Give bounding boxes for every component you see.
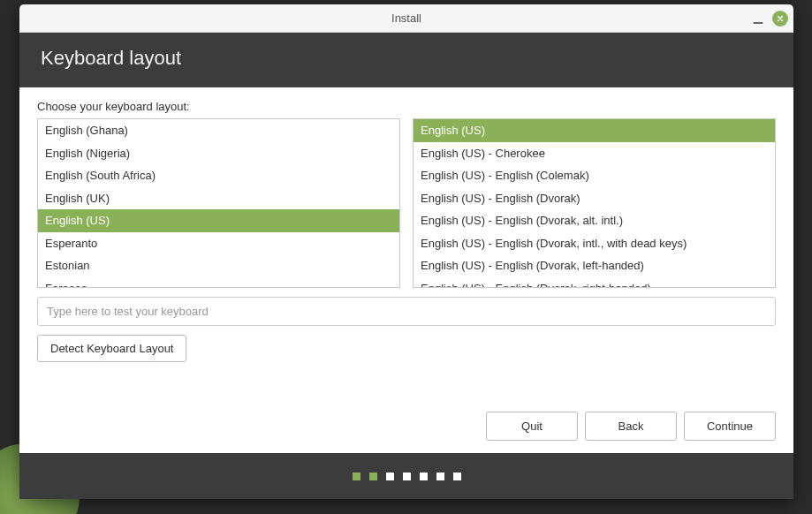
layout-lists: English (Ghana)English (Nigeria)English … — [37, 118, 776, 288]
variant-listbox[interactable]: English (US)English (US) - CherokeeEngli… — [413, 118, 776, 288]
layout-item[interactable]: English (US) — [38, 209, 399, 232]
back-button[interactable]: Back — [585, 412, 677, 441]
layout-item[interactable]: Esperanto — [38, 232, 399, 255]
quit-button[interactable]: Quit — [486, 412, 578, 441]
keyboard-test-input[interactable] — [37, 297, 776, 326]
detect-layout-button[interactable]: Detect Keyboard Layout — [37, 335, 186, 362]
progress-step — [369, 472, 377, 480]
svg-rect-0 — [754, 22, 763, 24]
variant-item[interactable]: English (US) - English (Dvorak, left-han… — [414, 254, 775, 277]
close-button[interactable] — [772, 11, 788, 26]
instruction-text: Choose your keyboard layout: — [37, 100, 776, 113]
window-title: Install — [19, 11, 793, 25]
progress-step — [403, 472, 411, 480]
installer-window: Install Keyboard layout Choose your keyb… — [19, 4, 793, 499]
layout-item[interactable]: Faroese — [38, 277, 399, 288]
progress-step — [386, 472, 394, 480]
variant-item[interactable]: English (US) - English (Colemak) — [414, 164, 775, 187]
action-buttons: Quit Back Continue — [37, 397, 776, 441]
layout-listbox[interactable]: English (Ghana)English (Nigeria)English … — [37, 118, 400, 288]
progress-footer — [19, 453, 793, 499]
titlebar[interactable]: Install — [19, 4, 793, 33]
layout-item[interactable]: English (Ghana) — [38, 119, 399, 142]
window-controls — [751, 11, 788, 26]
progress-step — [453, 472, 461, 480]
layout-item[interactable]: English (South Africa) — [38, 164, 399, 187]
layout-item[interactable]: English (Nigeria) — [38, 142, 399, 165]
page-title: Keyboard layout — [41, 47, 772, 70]
variant-item[interactable]: English (US) - English (Dvorak) — [414, 187, 775, 210]
content-area: Choose your keyboard layout: English (Gh… — [19, 87, 793, 453]
variant-item[interactable]: English (US) — [414, 119, 775, 142]
minimize-icon — [751, 11, 765, 26]
progress-step — [353, 472, 360, 480]
variant-item[interactable]: English (US) - English (Dvorak, intl., w… — [414, 232, 775, 255]
close-icon — [776, 14, 785, 23]
layout-item[interactable]: English (UK) — [38, 187, 399, 210]
progress-step — [420, 472, 428, 480]
continue-button[interactable]: Continue — [684, 412, 776, 441]
variant-item[interactable]: English (US) - Cherokee — [414, 142, 775, 165]
minimize-button[interactable] — [751, 11, 765, 26]
variant-item[interactable]: English (US) - English (Dvorak, alt. int… — [414, 209, 775, 232]
page-header: Keyboard layout — [19, 33, 793, 87]
progress-step — [436, 472, 444, 480]
layout-item[interactable]: Estonian — [38, 254, 399, 277]
variant-item[interactable]: English (US) - English (Dvorak, right-ha… — [414, 277, 775, 288]
